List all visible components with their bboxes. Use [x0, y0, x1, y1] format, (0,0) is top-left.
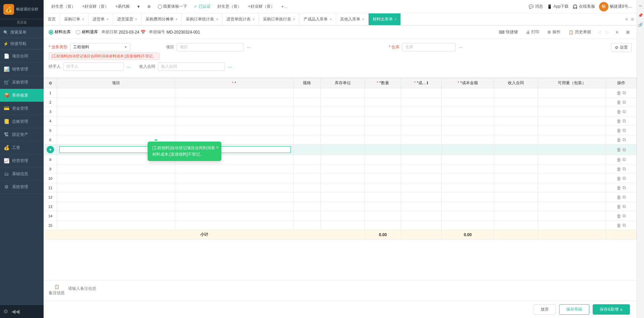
cell-available-qty[interactable] [538, 193, 606, 202]
cell-income-contract[interactable] [494, 183, 538, 193]
cell-available-qty[interactable] [538, 145, 606, 155]
cell-project[interactable] [57, 107, 175, 116]
row-delete-icon[interactable]: 🗑 [616, 118, 621, 124]
cell-cost-amount[interactable] [441, 116, 494, 126]
tab-close-icon[interactable]: × [253, 17, 255, 21]
cell-material[interactable] [175, 107, 293, 116]
row-copy-icon[interactable]: ⧉ [623, 90, 626, 96]
cell-stock-unit[interactable] [321, 98, 365, 107]
cell-available-qty[interactable] [538, 126, 606, 135]
tab-goods-return[interactable]: 进货退货 × [113, 13, 142, 25]
cell-cost-price[interactable] [401, 174, 441, 183]
cell-material[interactable] [175, 174, 293, 183]
cell-cost-amount[interactable] [441, 174, 494, 183]
discard-button[interactable]: 放弃 [534, 304, 556, 315]
row-copy-icon[interactable]: ⧉ [623, 175, 626, 181]
top-nav-more[interactable]: +… [279, 3, 290, 10]
cell-cost-price[interactable] [401, 183, 441, 193]
cell-cost-amount[interactable] [441, 145, 494, 155]
row-delete-icon[interactable]: 🗑 [616, 90, 621, 96]
tab-close-icon[interactable]: × [395, 17, 397, 21]
top-nav-yidaizhang[interactable]: +易代账 [113, 2, 132, 11]
right-mini-edit-icon[interactable]: ✏ [637, 3, 644, 9]
layout-list-btn[interactable]: ≡ [614, 29, 620, 36]
cell-project[interactable] [57, 221, 175, 230]
row-delete-icon[interactable]: 🗑 [616, 223, 621, 228]
cell-spec[interactable] [293, 202, 321, 211]
handler-more-icon[interactable]: ··· [126, 64, 130, 69]
cell-cost-amount[interactable] [441, 183, 494, 193]
sidebar-item-fixed-assets[interactable]: 🏗 固定资产 [0, 128, 44, 141]
history-btn[interactable]: 📋 历史单据 [567, 28, 593, 36]
top-nav-trial[interactable]: ◯ 我要体验一下 [155, 2, 190, 11]
top-nav-customer-service[interactable]: 🎧 在线客服 [573, 4, 595, 9]
sidebar-item-inventory[interactable]: 📦 库存核算 [0, 89, 44, 102]
tab-close-icon[interactable]: × [293, 17, 295, 21]
cell-quantity[interactable] [365, 174, 401, 183]
table-container[interactable]: ⚙ 项目 * 规格 库存单位 *数量 *成... ℹ *成本金额 收入合同 可用… [44, 78, 637, 280]
row-copy-icon[interactable]: ⧉ [623, 157, 626, 162]
row-copy-icon[interactable]: ⧉ [623, 213, 626, 219]
cell-cost-price[interactable] [401, 107, 441, 116]
cell-cost-amount[interactable] [441, 211, 494, 221]
tab-close-all-icon[interactable]: × [625, 16, 628, 22]
cell-stock-unit[interactable] [321, 221, 365, 230]
cell-income-contract[interactable] [494, 116, 538, 126]
cell-material[interactable] [175, 126, 293, 135]
cell-income-contract[interactable] [494, 98, 538, 107]
cell-cost-amount[interactable] [441, 135, 494, 145]
cell-income-contract[interactable] [494, 126, 538, 135]
tab-close-icon[interactable]: × [107, 17, 109, 21]
cell-material[interactable] [175, 116, 293, 126]
sidebar-item-system[interactable]: ⚙ 系统管理 [0, 180, 44, 194]
cell-project[interactable] [57, 88, 175, 98]
tab-close-icon[interactable]: × [135, 17, 137, 21]
tab-goods-receipt[interactable]: 进货单 × [89, 13, 113, 25]
cell-stock-unit[interactable] [321, 211, 365, 221]
form-settings-btn[interactable]: ⚙ 设置 [611, 43, 632, 52]
row-copy-icon[interactable]: ⧉ [623, 99, 626, 105]
cell-quantity[interactable] [365, 88, 401, 98]
top-nav-haoyecai2[interactable]: +好业财（首） [246, 2, 277, 11]
top-nav-app-download[interactable]: 📱 App下载 [547, 4, 569, 9]
cell-project[interactable] [57, 202, 175, 211]
cell-quantity[interactable] [365, 116, 401, 126]
row-copy-icon[interactable]: ⧉ [623, 127, 626, 133]
row-delete-icon[interactable]: 🗑 [616, 185, 621, 191]
cell-quantity[interactable] [365, 211, 401, 221]
cell-stock-unit[interactable] [321, 193, 365, 202]
tab-goods-receipt-stats[interactable]: 进货单统计表 × [222, 13, 259, 25]
cell-spec[interactable] [293, 88, 321, 98]
cell-project[interactable] [57, 193, 175, 202]
cell-stock-unit[interactable] [321, 135, 365, 145]
cell-spec[interactable] [293, 164, 321, 174]
cell-available-qty[interactable] [538, 88, 606, 98]
layout-grid-btn[interactable]: ⊞ [624, 29, 632, 36]
cell-available-qty[interactable] [538, 116, 606, 126]
cell-material[interactable] [175, 211, 293, 221]
cell-material[interactable] [175, 183, 293, 193]
project-select[interactable]: 项目 [177, 43, 244, 51]
top-nav-settings-icon[interactable]: ⚙ [145, 3, 154, 10]
row-delete-icon[interactable]: 🗑 [616, 100, 621, 105]
cell-cost-amount[interactable] [441, 107, 494, 116]
col-header-settings[interactable]: ⚙ [44, 78, 57, 88]
cell-spec[interactable] [293, 135, 321, 145]
cell-spec[interactable] [293, 145, 321, 155]
cell-quantity[interactable] [365, 107, 401, 116]
cell-income-contract[interactable] [494, 202, 538, 211]
cell-available-qty[interactable] [538, 98, 606, 107]
cell-cost-price[interactable] [401, 221, 441, 230]
cell-project[interactable] [57, 211, 175, 221]
tab-material-issue[interactable]: 材料出库单 × [369, 13, 401, 25]
cell-income-contract[interactable] [494, 88, 538, 98]
tab-close-icon[interactable]: × [176, 17, 178, 21]
top-nav-haoshengyi[interactable]: 好生意（首） [49, 2, 78, 11]
row-delete-icon[interactable]: 🗑 [616, 147, 621, 152]
operations-btn[interactable]: ⚙ 操作 [545, 28, 562, 36]
sidebar-item-accounting[interactable]: 📒 总账管理 [0, 115, 44, 128]
cell-cost-amount[interactable] [441, 98, 494, 107]
row-copy-icon[interactable]: ⧉ [623, 204, 626, 209]
cell-cost-price[interactable] [401, 116, 441, 126]
right-mini-pin-icon[interactable]: 📌 [637, 12, 644, 19]
